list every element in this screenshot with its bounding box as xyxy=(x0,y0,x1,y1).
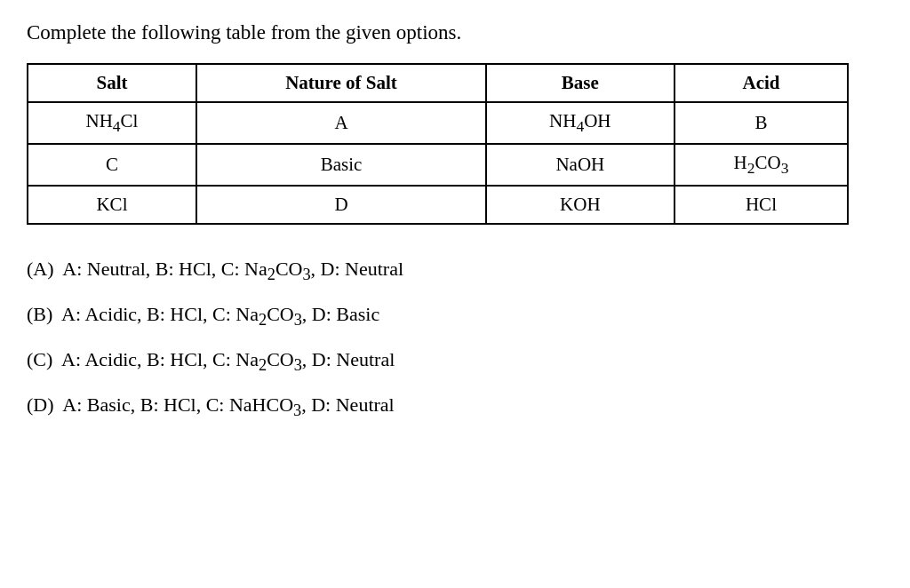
cell-acid-3: HCl xyxy=(675,186,849,224)
options-list: (A) A: Neutral, B: HCl, C: Na2CO3, D: Ne… xyxy=(27,250,883,427)
cell-nature-2: Basic xyxy=(196,144,486,186)
cell-nature-3: D xyxy=(196,186,486,224)
table-header-row: Salt Nature of Salt Base Acid xyxy=(28,64,848,102)
option-b: (B) A: Acidic, B: HCl, C: Na2CO3, D: Bas… xyxy=(27,295,883,337)
cell-salt-3: KCl xyxy=(28,186,196,224)
option-a-label: (A) A: Neutral, B: HCl, C: Na2CO3, D: Ne… xyxy=(27,258,403,280)
option-d: (D) A: Basic, B: HCl, C: NaHCO3, D: Neut… xyxy=(27,385,883,427)
cell-salt-1: NH4Cl xyxy=(28,102,196,144)
col-header-nature: Nature of Salt xyxy=(196,64,486,102)
cell-base-2: NaOH xyxy=(486,144,674,186)
option-c: (C) A: Acidic, B: HCl, C: Na2CO3, D: Neu… xyxy=(27,340,883,382)
col-header-acid: Acid xyxy=(675,64,849,102)
cell-acid-2: H2CO3 xyxy=(675,144,849,186)
table-row: C Basic NaOH H2CO3 xyxy=(28,144,848,186)
cell-base-3: KOH xyxy=(486,186,674,224)
option-b-label: (B) A: Acidic, B: HCl, C: Na2CO3, D: Bas… xyxy=(27,303,379,325)
option-a: (A) A: Neutral, B: HCl, C: Na2CO3, D: Ne… xyxy=(27,250,883,291)
table-row: KCl D KOH HCl xyxy=(28,186,848,224)
cell-acid-1: B xyxy=(675,102,849,144)
chemistry-table: Salt Nature of Salt Base Acid NH4Cl A NH… xyxy=(27,63,849,225)
cell-salt-2: C xyxy=(28,144,196,186)
option-c-label: (C) A: Acidic, B: HCl, C: Na2CO3, D: Neu… xyxy=(27,348,395,370)
col-header-salt: Salt xyxy=(28,64,196,102)
table-row: NH4Cl A NH4OH B xyxy=(28,102,848,144)
option-d-label: (D) A: Basic, B: HCl, C: NaHCO3, D: Neut… xyxy=(27,393,395,416)
cell-nature-1: A xyxy=(196,102,486,144)
cell-base-1: NH4OH xyxy=(486,102,674,144)
instruction-text: Complete the following table from the gi… xyxy=(27,18,883,49)
col-header-base: Base xyxy=(486,64,674,102)
